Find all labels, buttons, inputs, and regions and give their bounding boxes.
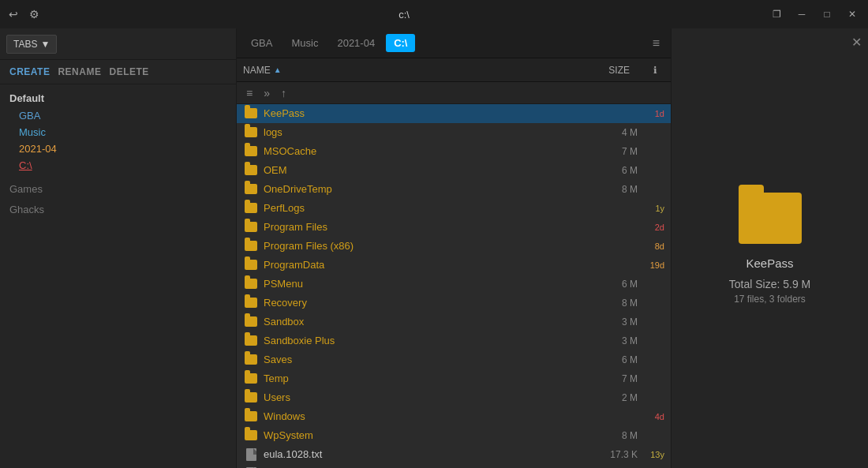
table-row[interactable]: PSMenu6 M: [237, 275, 671, 294]
table-row[interactable]: logs4 M: [237, 123, 671, 142]
title-bar: ↩ ⚙ c:\ ❐ ─ □ ✕: [0, 0, 868, 28]
file-size: 8 M: [578, 298, 641, 309]
table-row[interactable]: eula.1031.txt17.3 K13y: [237, 464, 671, 468]
file-age: 1y: [641, 204, 664, 213]
maximize-button[interactable]: □: [817, 5, 836, 24]
file-name: MSOCache: [264, 145, 578, 157]
table-row[interactable]: PerfLogs1y: [237, 199, 671, 218]
title-bar-left: ↩ ⚙: [6, 7, 41, 21]
folder-icon: [243, 428, 259, 444]
tab-c-drive[interactable]: C:\: [386, 34, 415, 52]
file-name: OneDriveTemp: [264, 183, 578, 195]
file-name: WpSystem: [264, 429, 578, 441]
file-name: Windows: [264, 410, 578, 422]
sidebar-item-ghacks[interactable]: Ghacks: [0, 197, 236, 218]
tab-gba[interactable]: GBA: [243, 34, 280, 52]
table-row[interactable]: WpSystem8 M: [237, 426, 671, 445]
file-list: KeePass1dlogs4 MMSOCache7 MOEM6 MOneDriv…: [237, 104, 671, 468]
file-name: Program Files: [264, 221, 578, 233]
table-row[interactable]: KeePass1d: [237, 104, 671, 123]
file-name: ProgramData: [264, 259, 578, 271]
col-header-size: SIZE: [582, 65, 645, 76]
file-name: OEM: [264, 164, 578, 176]
file-size: 8 M: [578, 184, 641, 195]
table-row[interactable]: Sandboxie Plus3 M: [237, 331, 671, 350]
table-row[interactable]: Program Files2d: [237, 218, 671, 237]
file-icon: [243, 466, 259, 469]
file-age: 4d: [641, 412, 664, 421]
table-row[interactable]: Temp7 M: [237, 369, 671, 388]
file-name: Sandbox: [264, 316, 578, 328]
file-toolbar: ≡ » ↑: [237, 82, 671, 104]
toolbar-forward-icon[interactable]: »: [260, 85, 273, 101]
close-button[interactable]: ✕: [843, 5, 862, 24]
table-row[interactable]: MSOCache7 M: [237, 142, 671, 161]
file-size: 6 M: [578, 354, 641, 365]
delete-button[interactable]: DELETE: [109, 66, 148, 77]
col-header-info: ℹ: [645, 65, 664, 76]
table-row[interactable]: OEM6 M: [237, 161, 671, 180]
file-size: 6 M: [578, 165, 641, 176]
table-row[interactable]: Sandbox3 M: [237, 313, 671, 331]
tab-music[interactable]: Music: [283, 34, 326, 52]
file-size: 4 M: [578, 127, 641, 138]
sidebar-item-2021-04[interactable]: 2021-04: [9, 140, 226, 157]
tab-2021-04[interactable]: 2021-04: [329, 34, 383, 52]
toolbar-list-icon[interactable]: ≡: [243, 85, 256, 101]
preview-folder-name: KeePass: [746, 256, 793, 270]
main-container: TABS ▼ CREATE RENAME DELETE Default GBA …: [0, 28, 868, 468]
column-headers: NAME ▲ SIZE ℹ: [237, 58, 671, 82]
table-row[interactable]: Program Files (x86)8d: [237, 237, 671, 256]
rename-button[interactable]: RENAME: [58, 66, 101, 77]
folder-icon: [243, 182, 259, 197]
sidebar-item-gba[interactable]: GBA: [9, 107, 226, 124]
create-button[interactable]: CREATE: [9, 66, 50, 77]
file-age: 19d: [641, 260, 664, 270]
window-title: c:\: [41, 9, 767, 21]
folder-icon: [243, 352, 259, 368]
folder-icon: [243, 276, 259, 292]
title-bar-right: ❐ ─ □ ✕: [767, 5, 862, 24]
sidebar-item-music[interactable]: Music: [9, 124, 226, 140]
col-header-name: NAME ▲: [243, 65, 582, 76]
preview-total-size: Total Size: 5.9 M: [729, 278, 811, 290]
folder-icon: [243, 390, 259, 406]
file-age: 2d: [641, 223, 664, 232]
toolbar-up-icon[interactable]: ↑: [278, 85, 290, 101]
file-name: Recovery: [264, 297, 578, 309]
table-row[interactable]: Saves6 M: [237, 350, 671, 369]
file-name: Saves: [264, 354, 578, 365]
panel-menu-button[interactable]: ≡: [648, 35, 664, 52]
folder-icon: [243, 295, 259, 311]
folder-icon: [243, 163, 259, 178]
table-row[interactable]: OneDriveTemp8 M: [237, 180, 671, 199]
settings-icon[interactable]: ⚙: [27, 7, 41, 21]
folder-icon: [243, 409, 259, 425]
back-icon[interactable]: ↩: [6, 7, 21, 21]
table-row[interactable]: ProgramData19d: [237, 256, 671, 275]
right-panel: ✕ KeePass Total Size: 5.9 M 17 files, 3 …: [671, 28, 868, 468]
table-row[interactable]: Windows4d: [237, 407, 671, 426]
file-name: eula.1028.txt: [264, 448, 578, 460]
restore-button[interactable]: ❐: [767, 5, 786, 24]
right-panel-close-button[interactable]: ✕: [851, 35, 862, 50]
file-panel-header: GBA Music 2021-04 C:\ ≡: [237, 28, 671, 58]
sidebar-item-c-drive[interactable]: C:\: [9, 157, 226, 174]
table-row[interactable]: Users2 M: [237, 388, 671, 407]
sidebar: TABS ▼ CREATE RENAME DELETE Default GBA …: [0, 28, 237, 468]
preview-file-count: 17 files, 3 folders: [734, 294, 806, 305]
file-size: 6 M: [578, 279, 641, 290]
minimize-button[interactable]: ─: [792, 5, 811, 24]
sidebar-item-games[interactable]: Games: [0, 177, 236, 197]
sort-arrow-icon: ▲: [274, 66, 282, 74]
file-panel: GBA Music 2021-04 C:\ ≡ NAME ▲ SIZE ℹ ≡ …: [237, 28, 671, 468]
sidebar-default-section: Default GBA Music 2021-04 C:\: [0, 84, 236, 177]
file-name: PerfLogs: [264, 202, 578, 214]
file-size: 17.3 K: [578, 449, 641, 460]
table-row[interactable]: eula.1028.txt17.3 K13y: [237, 445, 671, 464]
folder-icon: [243, 257, 259, 273]
table-row[interactable]: Recovery8 M: [237, 294, 671, 313]
folder-icon: [243, 371, 259, 387]
tabs-dropdown[interactable]: TABS ▼: [6, 35, 57, 54]
sidebar-actions: CREATE RENAME DELETE: [0, 60, 236, 84]
